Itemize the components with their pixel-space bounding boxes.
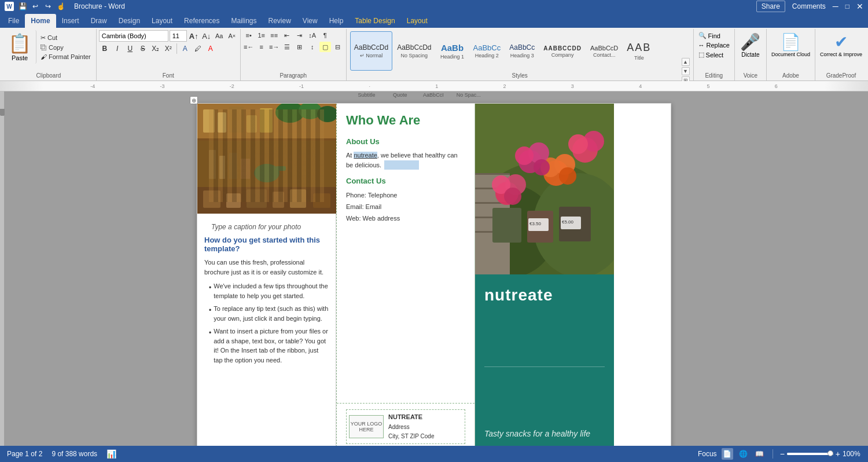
shading-btn[interactable]: ▢ — [319, 42, 331, 52]
document-page[interactable]: ⊕ — [197, 103, 671, 446]
logo-box[interactable]: YOUR LOGO HERE — [349, 415, 384, 438]
comments-btn[interactable]: Comments — [792, 2, 826, 10]
tab-help[interactable]: Help — [323, 14, 350, 28]
bullets-btn[interactable]: ≡• — [243, 30, 255, 41]
cut-button[interactable]: ✂ Cut — [39, 34, 93, 42]
share-btn[interactable]: Share — [756, 1, 785, 12]
tab-design[interactable]: Design — [113, 14, 146, 28]
about-nutreate[interactable]: nutreate — [354, 152, 377, 159]
zoom-level[interactable]: 100% — [843, 450, 861, 458]
styles-scroll-up[interactable]: ▲ — [682, 58, 690, 66]
numbering-btn[interactable]: 1≡ — [256, 30, 267, 41]
column-btn[interactable]: ⊞ — [294, 42, 306, 52]
company-name[interactable]: NUTREATE — [388, 412, 434, 423]
tab-tabledesign[interactable]: Table Design — [349, 14, 400, 28]
sort-btn[interactable]: ↕A — [307, 30, 318, 41]
align-left-btn[interactable]: ≡← — [243, 42, 255, 52]
about-us-title[interactable]: About Us — [346, 137, 465, 146]
minimize-btn[interactable]: ─ — [833, 2, 838, 11]
decrease-indent-btn[interactable]: ⇤ — [281, 30, 293, 41]
touch-qa-btn[interactable]: ☝ — [56, 1, 66, 12]
table-move-handle[interactable]: ⊕ — [190, 96, 198, 104]
company-city[interactable]: City, ST ZIP Code — [388, 432, 434, 441]
focus-label[interactable]: Focus — [698, 450, 717, 458]
tab-draw[interactable]: Draw — [85, 14, 113, 28]
style-heading2[interactable]: AaBbCc Heading 2 — [469, 31, 505, 71]
contact-web[interactable]: Web: Web address — [346, 213, 465, 225]
style-heading1[interactable]: AaBb Heading 1 — [436, 31, 469, 71]
maximize-btn[interactable]: □ — [845, 2, 849, 10]
redo-qa-btn[interactable]: ↪ — [43, 1, 53, 12]
tab-insert[interactable]: Insert — [56, 14, 85, 28]
web-layout-view-btn[interactable]: 🌐 — [738, 448, 749, 460]
font-name-input[interactable] — [99, 30, 168, 42]
document-area[interactable]: ⊕ — [0, 91, 868, 446]
company-address[interactable]: Address — [388, 423, 434, 432]
copy-button[interactable]: ⿻ Copy — [39, 43, 93, 52]
zoom-slider[interactable] — [787, 453, 833, 455]
tab-layout[interactable]: Layout — [146, 14, 178, 28]
multilevel-btn[interactable]: ≡≡ — [269, 30, 280, 41]
font-color-button[interactable]: A — [205, 43, 216, 54]
underline-button[interactable]: U — [124, 43, 136, 54]
read-mode-view-btn[interactable]: 📖 — [754, 448, 766, 460]
save-qa-btn[interactable]: 💾 — [17, 1, 28, 12]
tab-file[interactable]: File — [2, 14, 25, 28]
style-company[interactable]: AABBCCDD Company — [539, 31, 586, 71]
decrease-font-btn[interactable]: A↓ — [201, 31, 212, 41]
borders-btn[interactable]: ⊟ — [332, 42, 344, 52]
contact-email[interactable]: Email: Email — [346, 201, 465, 213]
show-formatting-btn[interactable]: ¶ — [319, 30, 331, 41]
change-case-btn[interactable]: Aa — [214, 31, 225, 41]
proofing-icon[interactable]: 📊 — [106, 449, 116, 459]
align-center-btn[interactable]: ≡ — [256, 42, 267, 52]
superscript-button[interactable]: X² — [163, 43, 174, 54]
adobe-button[interactable]: 📄 Document Cloud — [769, 30, 812, 60]
style-no-spacing[interactable]: AaBbCcDd No Spacing — [393, 31, 435, 71]
tab-mailings[interactable]: Mailings — [225, 14, 262, 28]
dictate-button[interactable]: 🎤 Dictate — [738, 30, 763, 60]
close-btn[interactable]: ✕ — [856, 2, 863, 11]
increase-font-btn[interactable]: A↑ — [188, 31, 200, 41]
clear-format-btn[interactable]: A× — [226, 31, 238, 41]
tab-home[interactable]: Home — [25, 14, 56, 28]
tab-references[interactable]: References — [178, 14, 225, 28]
col1-question[interactable]: How do you get started with this templat… — [204, 236, 329, 253]
print-layout-view-btn[interactable]: 📄 — [722, 448, 733, 460]
bold-button[interactable]: B — [99, 43, 111, 54]
brand-tagline[interactable]: Tasty snacks for a healthy life — [484, 429, 605, 438]
text-highlight-button[interactable]: 🖊 — [192, 43, 204, 54]
style-contact[interactable]: AaBbCcD Contact... — [586, 31, 622, 71]
contact-us-title[interactable]: Contact Us — [346, 177, 465, 185]
increase-indent-btn[interactable]: ⇥ — [294, 30, 306, 41]
replace-button[interactable]: ↔ Replace — [697, 41, 731, 49]
col1-body-text[interactable]: You can use this fresh, professional bro… — [204, 258, 329, 277]
tab-tablelayout[interactable]: Layout — [401, 14, 433, 28]
tab-review[interactable]: Review — [263, 14, 297, 28]
undo-qa-btn[interactable]: ↩ — [30, 1, 41, 12]
word-count[interactable]: 9 of 388 words — [52, 450, 97, 458]
line-spacing-btn[interactable]: ↕ — [307, 42, 318, 52]
format-painter-button[interactable]: 🖌 Format Painter — [39, 53, 93, 61]
style-heading3[interactable]: AaBbCc Heading 3 — [505, 31, 539, 71]
justify-btn[interactable]: ☰ — [281, 42, 293, 52]
tab-view[interactable]: View — [297, 14, 323, 28]
strikethrough-button[interactable]: S — [137, 43, 149, 54]
style-title[interactable]: AAB Title — [623, 31, 655, 71]
style-normal[interactable]: AaBbCcDd ↵ Normal — [350, 31, 392, 71]
subscript-button[interactable]: X₂ — [150, 43, 161, 54]
font-size-input[interactable] — [170, 30, 187, 42]
page-info[interactable]: Page 1 of 2 — [7, 450, 42, 458]
col2-title[interactable]: Who We Are — [346, 113, 465, 128]
photo-caption[interactable]: Type a caption for your photo — [204, 218, 329, 236]
align-right-btn[interactable]: ≡→ — [269, 42, 280, 52]
text-effects-button[interactable]: A — [179, 43, 191, 54]
contact-phone[interactable]: Phone: Telephone — [346, 190, 465, 201]
zoom-out-btn[interactable]: − — [780, 449, 785, 459]
paste-button[interactable]: 📋 Paste — [3, 30, 36, 64]
find-button[interactable]: 🔍 Find — [697, 31, 731, 40]
gradeproof-button[interactable]: ✔ Correct & Improve — [818, 30, 865, 60]
brand-name[interactable]: nutreate — [484, 286, 605, 305]
zoom-in-btn[interactable]: + — [836, 449, 840, 459]
italic-button[interactable]: I — [112, 43, 123, 54]
